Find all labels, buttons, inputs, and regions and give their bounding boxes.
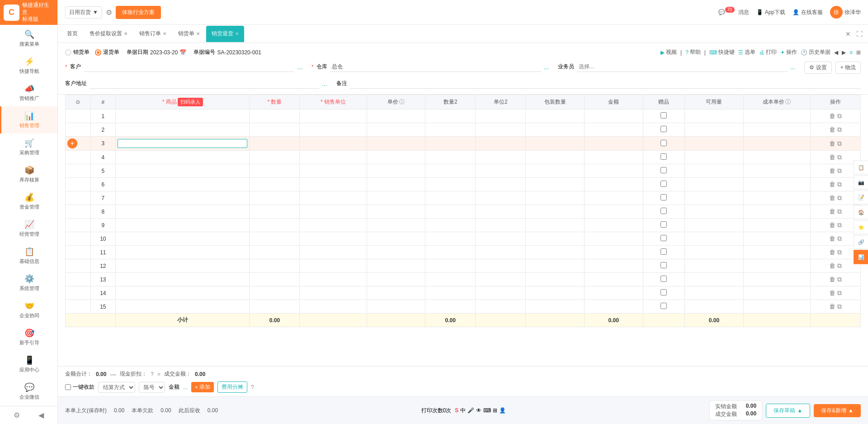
unit2-cell[interactable] bbox=[476, 300, 526, 314]
copy-row-icon[interactable]: ⧉ bbox=[837, 235, 842, 243]
copy-row-icon[interactable]: ⧉ bbox=[837, 153, 842, 161]
amount-cell[interactable] bbox=[584, 151, 643, 164]
amount-cell[interactable] bbox=[584, 178, 643, 191]
sales-unit-cell[interactable] bbox=[300, 205, 367, 219]
gift-checkbox[interactable] bbox=[660, 208, 667, 214]
quantity2-cell[interactable] bbox=[425, 259, 476, 273]
quantity2-cell[interactable] bbox=[425, 178, 476, 191]
delete-row-icon[interactable]: 🗑 bbox=[829, 153, 835, 161]
product-cell[interactable] bbox=[116, 137, 250, 151]
delete-row-icon[interactable]: 🗑 bbox=[829, 303, 835, 310]
unit-price-cell[interactable] bbox=[367, 178, 425, 191]
unit-price-cell[interactable] bbox=[367, 123, 425, 137]
quantity-cell[interactable] bbox=[250, 205, 300, 219]
cash-discount-help-icon[interactable]: ? bbox=[151, 371, 154, 377]
quick-btn-3[interactable]: 📝 bbox=[854, 190, 868, 204]
package-qty-cell[interactable] bbox=[526, 123, 585, 137]
save-draft-btn[interactable]: 保存草稿 ▲ bbox=[766, 404, 810, 418]
unit2-cell[interactable] bbox=[476, 286, 526, 300]
quantity2-cell[interactable] bbox=[425, 246, 476, 259]
sidebar-item-search[interactable]: 🔍 搜索菜单 bbox=[0, 25, 57, 52]
delete-row-icon[interactable]: 🗑 bbox=[829, 112, 835, 120]
quantity-cell[interactable] bbox=[250, 151, 300, 164]
delete-row-icon[interactable]: 🗑 bbox=[829, 194, 835, 202]
copy-row-icon[interactable]: ⧉ bbox=[837, 289, 842, 297]
quantity2-cell[interactable] bbox=[425, 164, 476, 178]
unit2-cell[interactable] bbox=[476, 205, 526, 219]
remark-input[interactable] bbox=[350, 78, 861, 89]
unit2-cell[interactable] bbox=[476, 151, 526, 164]
radio-return-bill[interactable]: 退货单 bbox=[95, 48, 119, 56]
quantity2-cell[interactable] bbox=[425, 286, 476, 300]
quantity-cell[interactable] bbox=[250, 259, 300, 273]
unit-price-cell[interactable] bbox=[367, 300, 425, 314]
amount-cell[interactable] bbox=[584, 191, 643, 205]
amount-cell[interactable] bbox=[584, 232, 643, 246]
sales-unit-cell[interactable] bbox=[300, 164, 367, 178]
quick-btn-5[interactable]: ⭐ bbox=[854, 220, 868, 234]
amount-cell[interactable] bbox=[584, 219, 643, 232]
unit2-cell[interactable] bbox=[476, 246, 526, 259]
gift-checkbox[interactable] bbox=[660, 289, 667, 295]
delete-row-icon[interactable]: 🗑 bbox=[829, 262, 835, 270]
delete-row-icon[interactable]: 🗑 bbox=[829, 181, 835, 188]
one-key-checkbox-input[interactable] bbox=[65, 384, 71, 390]
amount-cell[interactable] bbox=[584, 137, 643, 151]
view-list-icon[interactable]: ≡ bbox=[849, 49, 853, 56]
delete-row-icon[interactable]: 🗑 bbox=[829, 208, 835, 215]
copy-row-icon[interactable]: ⧉ bbox=[837, 262, 842, 270]
save-new-btn[interactable]: 保存&新增 ▲ bbox=[814, 404, 861, 417]
warehouse-input[interactable] bbox=[330, 62, 541, 72]
add-payment-btn[interactable]: + 添加 bbox=[191, 382, 214, 392]
package-qty-cell[interactable] bbox=[526, 178, 585, 191]
unit-price-cell[interactable] bbox=[367, 259, 425, 273]
delete-row-icon[interactable]: 🗑 bbox=[829, 289, 835, 297]
quantity2-cell[interactable] bbox=[425, 273, 476, 286]
sales-unit-cell[interactable] bbox=[300, 246, 367, 259]
delete-row-icon[interactable]: 🗑 bbox=[829, 126, 835, 133]
sales-unit-cell[interactable] bbox=[300, 300, 367, 314]
sidebar-item-finance[interactable]: 💰 资金管理 bbox=[0, 188, 57, 215]
gift-checkbox[interactable] bbox=[660, 181, 667, 187]
close-all-icon[interactable]: ✕ bbox=[844, 29, 853, 38]
industry-dropdown[interactable]: 日用百货 ▼ bbox=[65, 6, 102, 19]
copy-row-icon[interactable]: ⧉ bbox=[837, 208, 842, 215]
sidebar-item-inventory[interactable]: 📦 库存核算 bbox=[0, 161, 57, 188]
sidebar-item-system[interactable]: ⚙️ 系统管理 bbox=[0, 269, 57, 296]
unit-price-cell[interactable] bbox=[367, 110, 425, 123]
address-input[interactable] bbox=[90, 78, 319, 89]
product-cell[interactable] bbox=[116, 259, 250, 273]
quantity-cell[interactable] bbox=[250, 178, 300, 191]
sales-unit-cell[interactable] bbox=[300, 259, 367, 273]
sales-unit-cell[interactable] bbox=[300, 232, 367, 246]
amount-cell[interactable] bbox=[584, 205, 643, 219]
gift-cell[interactable] bbox=[643, 232, 685, 246]
package-qty-cell[interactable] bbox=[526, 137, 585, 151]
gift-checkbox[interactable] bbox=[660, 248, 667, 255]
salesperson-input[interactable] bbox=[577, 62, 787, 72]
product-cell[interactable] bbox=[116, 110, 250, 123]
date-value[interactable]: 2023-03-20 bbox=[150, 49, 178, 56]
package-qty-cell[interactable] bbox=[526, 300, 585, 314]
quantity-cell[interactable] bbox=[250, 164, 300, 178]
product-cell[interactable] bbox=[116, 246, 250, 259]
sales-unit-cell[interactable] bbox=[300, 273, 367, 286]
gift-cell[interactable] bbox=[643, 300, 685, 314]
cost-unit-info-icon[interactable]: ⓘ bbox=[785, 98, 791, 106]
package-qty-cell[interactable] bbox=[526, 232, 585, 246]
quantity-cell[interactable] bbox=[250, 286, 300, 300]
sales-unit-cell[interactable] bbox=[300, 137, 367, 151]
shortcut-btn[interactable]: ⌨ 快捷键 bbox=[709, 48, 735, 56]
sidebar-item-sales[interactable]: 📊 销售管理 bbox=[0, 106, 57, 133]
unit-price-cell[interactable] bbox=[367, 232, 425, 246]
package-qty-cell[interactable] bbox=[526, 110, 585, 123]
gift-checkbox[interactable] bbox=[660, 221, 667, 228]
collapse-icon[interactable]: ◀ bbox=[38, 411, 44, 419]
unit-price-cell[interactable] bbox=[367, 164, 425, 178]
product-cell[interactable] bbox=[116, 178, 250, 191]
amount-cell[interactable] bbox=[584, 300, 643, 314]
copy-row-icon[interactable]: ⧉ bbox=[837, 276, 842, 283]
experience-btn[interactable]: 体验行业方案 bbox=[116, 6, 161, 19]
gift-checkbox[interactable] bbox=[660, 235, 667, 241]
table-settings-icon[interactable]: ⚙ bbox=[75, 99, 80, 105]
